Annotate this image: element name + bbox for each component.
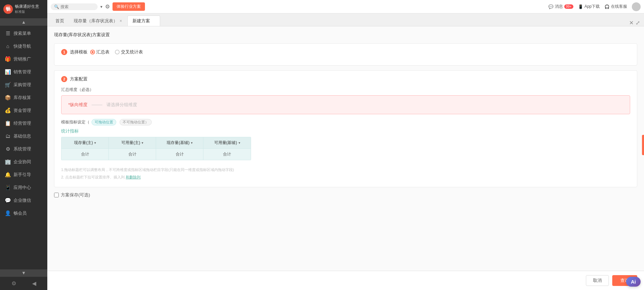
sidebar-item-purchase[interactable]: 🛒 采购管理 (0, 78, 47, 91)
sidebar-item-member[interactable]: 👤 畅会员 (0, 207, 47, 220)
sidebar-item-app-center[interactable]: 📱 应用中心 (0, 181, 47, 194)
member-icon: 👤 (5, 210, 11, 216)
right-scroll-handle[interactable] (642, 135, 644, 155)
radio-dot-summary (90, 50, 95, 54)
sidebar-item-quick-nav[interactable]: ⌂ 快捷导航 (0, 40, 47, 53)
cart-icon: 🛒 (5, 82, 11, 88)
search-box: 🔍 (51, 3, 98, 10)
template-radio-group: 汇总表 交叉统计表 (90, 49, 143, 55)
tip2-link[interactable]: 和删除列 (126, 175, 141, 179)
topbar: 🔍 ▾ ⚙ 体验行业方案 💬 消息 99+ 📱 App下载 🎧 在线客服 (47, 0, 644, 14)
home-icon: ⌂ (5, 43, 11, 49)
topbar-right: 💬 消息 99+ 📱 App下载 🎧 在线客服 (548, 2, 641, 11)
save-section: 方案保存(可选) (54, 192, 637, 198)
ai-badge[interactable]: Ai (626, 277, 641, 287)
gift-icon: 🎁 (5, 56, 11, 62)
col-2-chevron: ▾ (142, 141, 143, 145)
page-title: 现存量(库存状况表)方案设置 (54, 32, 637, 38)
mobile-icon: 📱 (5, 185, 11, 191)
trial-button[interactable]: 体验行业方案 (113, 2, 145, 11)
sidebar-scroll-up[interactable]: ▲ (0, 19, 47, 26)
user-avatar[interactable] (632, 2, 641, 11)
sidebar-scroll-down[interactable]: ▼ (0, 269, 47, 276)
stats-table-header: 现存量(主) ▾ 合计 可用量(主) ▾ 合计 (61, 137, 251, 160)
save-checkbox[interactable] (54, 193, 59, 197)
col-3-body: 合计 (156, 149, 203, 160)
col-4-header[interactable]: 可用量(基辅) ▾ (203, 137, 251, 149)
dim-placeholder: 请选择分组维度 (106, 102, 137, 108)
col-2-body: 合计 (109, 149, 156, 160)
tips-section: 1.拖动标题栏可以调整布局，不可跨维度或指标区域拖动栏目字段(只能在同一维度或指… (61, 167, 630, 181)
sidebar: 畅 畅康通好生意 标准版 ▲ ☰ 搜索菜单 ⌂ 快捷导航 🎁 营销推广 📊 销售… (0, 0, 47, 290)
sidebar-item-marketing[interactable]: 🎁 营销推广 (0, 53, 47, 66)
sidebar-item-wechat[interactable]: 💬 企业微信 (0, 194, 47, 207)
sidebar-item-inventory[interactable]: 📦 库存核算 (0, 91, 47, 104)
tip-2: 2. 点击标题栏下拉可设置排序、插入列 和删除列 (61, 174, 630, 181)
tip-1: 1.拖动标题栏可以调整布局，不可跨维度或指标区域拖动栏目字段(只能在同一维度或指… (61, 167, 630, 173)
stats-table: 现存量(主) ▾ 合计 可用量(主) ▾ 合计 (61, 137, 251, 160)
collapse-button[interactable]: ◀ (32, 280, 36, 287)
online-service-button[interactable]: 🎧 在线客服 (604, 4, 627, 9)
col-3-header[interactable]: 现存量(基辅) ▾ (156, 137, 203, 149)
sidebar-item-basic-info[interactable]: 🗂 基础信息 (0, 130, 47, 143)
col-3-chevron: ▾ (191, 141, 193, 145)
cancel-button[interactable]: 取消 (586, 275, 609, 286)
step2-badge: 2 (61, 76, 67, 82)
col-1-body: 合计 (61, 149, 108, 160)
step1-badge: 1 (61, 49, 67, 55)
step2-title: 方案配置 (70, 76, 88, 82)
col-1-header[interactable]: 现存量(主) ▾ (61, 137, 108, 149)
sidebar-logo: 畅 畅康通好生意 标准版 (0, 0, 47, 19)
radio-cross[interactable]: 交叉统计表 (115, 49, 143, 55)
col-4-chevron: ▾ (239, 141, 240, 145)
indicator-settings: 模板指标设定（ 可拖动位置 不可拖动位置） 统计指标 现存量(主) ▾ (61, 119, 630, 181)
close-panel-button[interactable]: ✕ (629, 20, 634, 26)
tab-inventory-status[interactable]: 现存量（库存状况表） × (69, 16, 127, 26)
building-icon: 🏢 (5, 159, 11, 165)
radio-summary[interactable]: 汇总表 (90, 49, 109, 55)
dimension-required-box: *纵向维度 —— 请选择分组维度 (61, 95, 630, 114)
expand-panel-button[interactable]: ⤢ (636, 20, 640, 26)
stats-section: 统计指标 现存量(主) ▾ 合计 (61, 128, 630, 161)
radio-dot-cross (115, 50, 120, 54)
sidebar-item-sales[interactable]: 📊 销售管理 (0, 66, 47, 78)
sidebar-item-search-menu[interactable]: ☰ 搜索菜单 (0, 27, 47, 40)
message-button[interactable]: 💬 消息 99+ (548, 4, 573, 9)
tab-new-scheme-close[interactable]: × (151, 19, 155, 23)
col-4: 可用量(基辅) ▾ 合计 (203, 137, 251, 160)
app-download-button[interactable]: 📱 App下载 (578, 4, 600, 9)
logo-icon: 畅 (3, 4, 13, 14)
section-choose-template: 1 选择模板 汇总表 交叉统计表 (54, 43, 637, 66)
col-1: 现存量(主) ▾ 合计 (61, 137, 109, 160)
col-4-body: 合计 (203, 149, 251, 160)
search-icon: 🔍 (54, 4, 59, 9)
dropdown-button[interactable]: ▾ (100, 4, 102, 9)
section-scheme-config: 2 方案配置 汇总维度（必选） *纵向维度 —— 请选择分组维度 模板指标设定（… (54, 70, 637, 187)
folder-icon: 🗂 (5, 133, 11, 139)
section2-header: 2 方案配置 (61, 76, 630, 82)
vertical-dim-label: *纵向维度 (68, 102, 88, 108)
save-label: 方案保存(可选) (61, 192, 90, 198)
stats-title: 统计指标 (61, 128, 630, 134)
col-2-header[interactable]: 可用量(主) ▾ (109, 137, 156, 149)
footer-actions: 取消 查询 (47, 271, 644, 290)
settings-button[interactable]: ⚙ (11, 280, 16, 287)
topbar-gear-button[interactable]: ⚙ (105, 3, 110, 10)
sidebar-item-new-guide[interactable]: 🔔 新手引导 (0, 168, 47, 181)
gear-icon: ⚙ (5, 146, 11, 152)
tab-home[interactable]: 首页 (51, 16, 69, 26)
sidebar-item-finance[interactable]: 💰 资金管理 (0, 104, 47, 117)
logo-text: 畅康通好生意 标准版 (15, 4, 39, 14)
main-content: 🔍 ▾ ⚙ 体验行业方案 💬 消息 99+ 📱 App下载 🎧 在线客服 (47, 0, 644, 290)
headset-icon: 🎧 (604, 4, 610, 9)
wechat-icon: 💬 (5, 197, 11, 203)
indicator-label: 模板指标设定（ 可拖动位置 不可拖动位置） (61, 119, 630, 125)
tab-new-scheme[interactable]: 新建方案 × (127, 16, 160, 26)
tab-inventory-close[interactable]: × (119, 19, 123, 23)
sidebar-item-operations[interactable]: 📋 经营管理 (0, 117, 47, 130)
page-content: 现存量(库存状况表)方案设置 1 选择模板 汇总表 交叉统计表 (47, 26, 644, 271)
sidebar-nav: ☰ 搜索菜单 ⌂ 快捷导航 🎁 营销推广 📊 销售管理 🛒 采购管理 📦 库存核… (0, 26, 47, 269)
search-input[interactable] (60, 4, 94, 9)
sidebar-item-system[interactable]: ⚙ 系统管理 (0, 143, 47, 155)
sidebar-item-enterprise[interactable]: 🏢 企业协同 (0, 155, 47, 168)
